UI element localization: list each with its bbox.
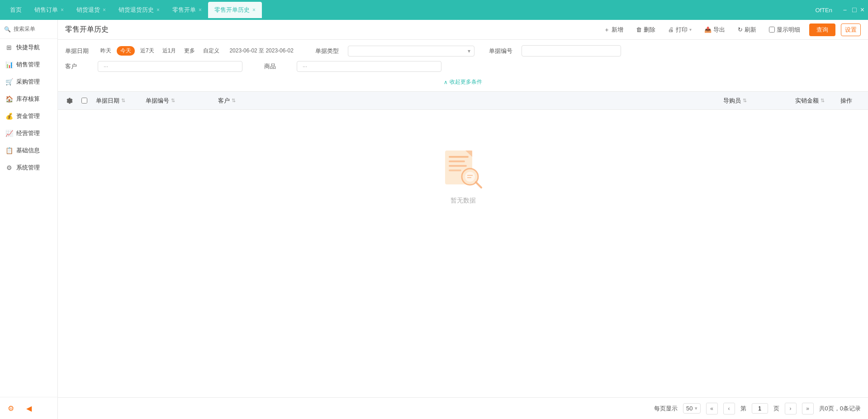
prev-page-btn[interactable]: ‹ [723, 403, 735, 414]
sidebar-item-system-mgmt[interactable]: ⚙ 系统管理 [0, 159, 57, 176]
th-date-sort[interactable]: ⇅ [121, 98, 125, 104]
date-btn-more[interactable]: 更多 [181, 46, 198, 56]
last-page-btn[interactable]: » [802, 403, 814, 414]
show-detail-checkbox[interactable] [769, 27, 775, 33]
print-button[interactable]: 🖨 打印 ▾ [664, 24, 695, 36]
sidebar-item-sales-mgmt[interactable]: 📊 销售管理 [0, 56, 57, 73]
collapse-label: 收起更多条件 [450, 78, 482, 86]
page-number-input[interactable] [752, 403, 768, 414]
toolbar: ＋ 新增 🗑 删除 🖨 打印 ▾ 📤 导出 ↻ 刷 [600, 24, 861, 36]
page-size-select[interactable]: 50 ▾ [683, 403, 700, 414]
purchase-mgmt-icon: 🛒 [5, 78, 13, 85]
page-size-label: 每页显示 [654, 405, 678, 413]
tab-sales-return-close[interactable]: × [103, 7, 106, 13]
tab-retail-open-close[interactable]: × [199, 7, 202, 13]
next-page-icon: › [790, 405, 792, 412]
export-button[interactable]: 📤 导出 [701, 24, 729, 36]
collapse-btn-row: ∧ 收起更多条件 [65, 76, 861, 86]
add-label: 新增 [612, 26, 623, 34]
refresh-button[interactable]: ↻ 刷新 [734, 24, 760, 36]
collapse-btn[interactable]: ∧ 收起更多条件 [444, 78, 482, 86]
bill-no-input[interactable] [522, 45, 621, 56]
tab-sales-return[interactable]: 销货退货 × [70, 2, 112, 18]
th-guide-sort[interactable]: ⇅ [743, 98, 747, 104]
sidebar-item-finance[interactable]: 💰 资金管理 [0, 108, 57, 125]
filter-row-2: 客户 ··· 商品 ··· [65, 61, 861, 72]
window-controls: OfTEn － □ × [815, 5, 864, 15]
page-title: 零售开单历史 [65, 25, 109, 34]
bill-type-arrow: ▾ [468, 48, 470, 54]
page-size-arrow: ▾ [695, 405, 697, 411]
date-btn-yesterday[interactable]: 昨天 [98, 46, 114, 56]
th-settings[interactable] [62, 97, 78, 104]
first-page-icon: « [710, 405, 713, 412]
sidebar-collapse-btn[interactable]: ◀ [22, 401, 36, 415]
th-checkbox[interactable] [78, 98, 92, 104]
print-arrow: ▾ [689, 27, 692, 32]
sidebar-settings-btn[interactable]: ⚙ [4, 401, 18, 415]
date-btn-1month[interactable]: 近1月 [160, 46, 179, 56]
th-customer-sort[interactable]: ⇅ [232, 98, 236, 104]
delete-button[interactable]: 🗑 删除 [632, 24, 659, 36]
query-button[interactable]: 查询 [809, 24, 835, 36]
sidebar-search[interactable]: 🔍 搜索采单 [0, 20, 57, 39]
th-guide: 导购员 ⇅ [720, 97, 774, 105]
tab-sales-return-history-close[interactable]: × [157, 7, 160, 13]
sales-mgmt-icon: 📊 [5, 61, 13, 68]
th-action: 操作 [828, 97, 864, 105]
goods-select[interactable]: ··· [297, 61, 441, 72]
collapse-icon: ∧ [444, 79, 448, 85]
sidebar-item-quick-nav[interactable]: ⊞ 快捷导航 [0, 39, 57, 56]
first-page-btn[interactable]: « [706, 403, 718, 414]
close-btn[interactable]: × [860, 6, 864, 14]
customer-select[interactable]: ··· [98, 61, 242, 72]
bill-type-select[interactable]: ▾ [348, 46, 474, 56]
sidebar-item-finance-label: 资金管理 [16, 112, 40, 120]
add-button[interactable]: ＋ 新增 [600, 24, 627, 36]
th-action-label: 操作 [840, 97, 852, 105]
customer-dots[interactable]: ··· [104, 63, 108, 70]
goods-label: 商品 [264, 62, 289, 71]
system-mgmt-icon: ⚙ [5, 164, 13, 171]
th-bill-no: 单据编号 ⇅ [142, 97, 214, 105]
sidebar-bottom: ⚙ ◀ [0, 397, 57, 419]
th-amount-sort[interactable]: ⇅ [821, 98, 825, 104]
th-bill-no-label: 单据编号 [146, 97, 169, 105]
next-page-btn[interactable]: › [785, 403, 797, 414]
th-amount: 实销金额 ⇅ [774, 97, 828, 105]
minimize-btn[interactable]: － [841, 5, 849, 15]
setting-button[interactable]: 设置 [841, 24, 861, 36]
add-icon: ＋ [604, 26, 610, 34]
page-unit: 页 [773, 405, 779, 413]
tab-retail-open-history[interactable]: 零售开单历史 × [208, 2, 262, 18]
brand-text: OfTEn [815, 7, 832, 14]
goods-dots[interactable]: ··· [303, 63, 307, 70]
sidebar-item-operations-label: 经营管理 [16, 129, 40, 137]
sidebar-item-purchase-mgmt[interactable]: 🛒 采购管理 [0, 73, 57, 90]
show-detail-button[interactable]: 显示明细 [765, 24, 804, 36]
date-btn-today[interactable]: 今天 [117, 46, 135, 56]
date-btn-7days[interactable]: 近7天 [138, 46, 157, 56]
maximize-btn[interactable]: □ [852, 6, 857, 14]
prev-page-icon: ‹ [728, 405, 730, 412]
tab-home[interactable]: 首页 [4, 2, 28, 18]
print-icon: 🖨 [668, 26, 674, 33]
operations-icon: 📈 [5, 130, 13, 137]
tab-sales-order-label: 销售订单 [34, 6, 58, 14]
bill-no-label: 单据编号 [489, 47, 514, 55]
date-btn-custom[interactable]: 自定义 [200, 46, 222, 56]
show-detail-label: 显示明细 [777, 26, 800, 34]
svg-rect-2 [449, 160, 465, 162]
tab-sales-order[interactable]: 销售订单 × [28, 2, 70, 18]
select-all-checkbox[interactable] [81, 98, 87, 104]
sidebar-item-operations[interactable]: 📈 经营管理 [0, 125, 57, 142]
tab-sales-order-close[interactable]: × [61, 7, 64, 13]
th-guide-label: 导购员 [723, 97, 741, 105]
tab-sales-return-history[interactable]: 销货退货历史 × [112, 2, 166, 18]
tab-retail-open[interactable]: 零售开单 × [166, 2, 208, 18]
sidebar-item-basic-info[interactable]: 📋 基础信息 [0, 142, 57, 159]
th-bill-no-sort[interactable]: ⇅ [171, 98, 175, 104]
sidebar-item-inventory[interactable]: 🏠 库存核算 [0, 90, 57, 108]
tab-retail-open-history-close[interactable]: × [252, 7, 256, 13]
delete-icon: 🗑 [636, 26, 642, 33]
